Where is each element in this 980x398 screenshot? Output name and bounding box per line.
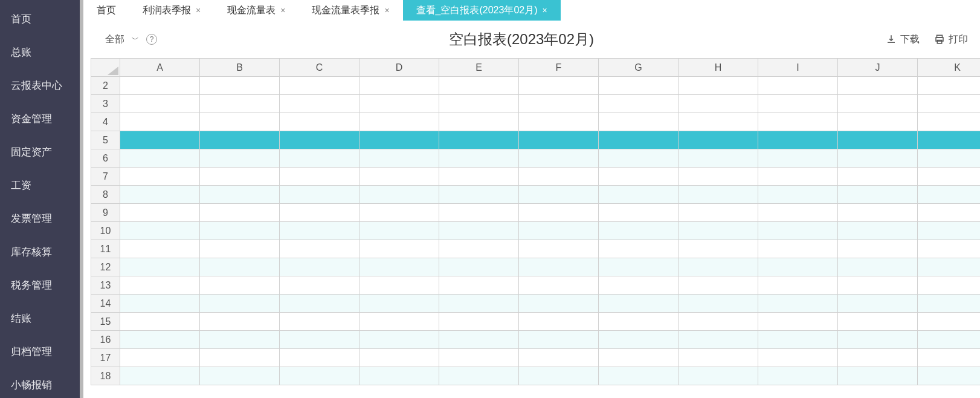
cell[interactable] — [519, 168, 599, 186]
cell[interactable] — [519, 276, 599, 295]
row-header[interactable]: 6 — [91, 149, 120, 168]
tab-profit-quarterly[interactable]: 利润表季报 × — [129, 0, 214, 21]
row-header[interactable]: 2 — [91, 77, 120, 95]
cell[interactable] — [838, 276, 918, 295]
cell[interactable] — [599, 168, 679, 186]
cell[interactable] — [359, 131, 439, 149]
sidebar-item-salary[interactable]: 工资 — [0, 169, 80, 202]
cell[interactable] — [280, 258, 359, 276]
column-header[interactable]: C — [280, 59, 359, 77]
tab-cashflow-quarterly[interactable]: 现金流量表季报 × — [298, 0, 402, 21]
cell[interactable] — [359, 186, 439, 204]
help-icon[interactable]: ? — [146, 34, 157, 45]
cell[interactable] — [519, 222, 599, 240]
row-header[interactable]: 5 — [91, 131, 120, 149]
cell[interactable] — [519, 367, 599, 385]
cell[interactable] — [200, 276, 280, 295]
row-header[interactable]: 8 — [91, 186, 120, 204]
row-header[interactable]: 7 — [91, 168, 120, 186]
cell[interactable] — [120, 258, 200, 276]
cell[interactable] — [918, 168, 981, 186]
row-header[interactable]: 9 — [91, 204, 120, 222]
cell[interactable] — [280, 168, 359, 186]
cell[interactable] — [439, 295, 519, 313]
cell[interactable] — [838, 240, 918, 258]
cell[interactable] — [918, 367, 981, 385]
cell[interactable] — [439, 168, 519, 186]
sidebar-item-expense[interactable]: 小畅报销 — [0, 368, 80, 398]
cell[interactable] — [838, 77, 918, 95]
cell[interactable] — [758, 131, 838, 149]
cell[interactable] — [359, 204, 439, 222]
cell[interactable] — [120, 295, 200, 313]
cell[interactable] — [120, 149, 200, 168]
row-header[interactable]: 18 — [91, 367, 120, 385]
cell[interactable] — [439, 131, 519, 149]
cell[interactable] — [758, 295, 838, 313]
cell[interactable] — [679, 258, 758, 276]
cell[interactable] — [838, 113, 918, 131]
cell[interactable] — [439, 313, 519, 331]
cell[interactable] — [599, 113, 679, 131]
row-header[interactable]: 4 — [91, 113, 120, 131]
cell[interactable] — [200, 131, 280, 149]
cell[interactable] — [439, 77, 519, 95]
cell[interactable] — [599, 276, 679, 295]
cell[interactable] — [519, 186, 599, 204]
cell[interactable] — [359, 95, 439, 113]
cell[interactable] — [599, 349, 679, 367]
cell[interactable] — [200, 222, 280, 240]
cell[interactable] — [359, 149, 439, 168]
cell[interactable] — [918, 186, 981, 204]
cell[interactable] — [918, 131, 981, 149]
cell[interactable] — [280, 222, 359, 240]
cell[interactable] — [679, 349, 758, 367]
column-header[interactable]: B — [200, 59, 280, 77]
cell[interactable] — [599, 77, 679, 95]
cell[interactable] — [200, 168, 280, 186]
cell[interactable] — [359, 349, 439, 367]
cell[interactable] — [280, 149, 359, 168]
cell[interactable] — [280, 204, 359, 222]
sidebar-item-home[interactable]: 首页 — [0, 2, 80, 36]
cell[interactable] — [359, 77, 439, 95]
cell[interactable] — [838, 149, 918, 168]
sidebar-item-inventory[interactable]: 库存核算 — [0, 235, 80, 269]
cell[interactable] — [599, 95, 679, 113]
cell[interactable] — [519, 349, 599, 367]
cell[interactable] — [439, 186, 519, 204]
cell[interactable] — [280, 295, 359, 313]
row-header[interactable]: 3 — [91, 95, 120, 113]
cell[interactable] — [838, 222, 918, 240]
column-header[interactable]: A — [120, 59, 200, 77]
cell[interactable] — [519, 149, 599, 168]
cell[interactable] — [599, 258, 679, 276]
close-icon[interactable]: × — [196, 5, 201, 15]
cell[interactable] — [758, 276, 838, 295]
cell[interactable] — [918, 240, 981, 258]
cell[interactable] — [439, 204, 519, 222]
filter-dropdown[interactable]: 全部 — [105, 33, 124, 46]
cell[interactable] — [280, 276, 359, 295]
cell[interactable] — [599, 367, 679, 385]
cell[interactable] — [599, 313, 679, 331]
row-header[interactable]: 15 — [91, 313, 120, 331]
cell[interactable] — [519, 204, 599, 222]
row-header[interactable]: 12 — [91, 258, 120, 276]
cell[interactable] — [918, 149, 981, 168]
sidebar-item-funds[interactable]: 资金管理 — [0, 102, 80, 135]
cell[interactable] — [120, 313, 200, 331]
cell[interactable] — [280, 186, 359, 204]
sidebar-item-tax[interactable]: 税务管理 — [0, 269, 80, 302]
cell[interactable] — [439, 95, 519, 113]
tab-home[interactable]: 首页 — [83, 0, 129, 21]
cell[interactable] — [918, 77, 981, 95]
cell[interactable] — [280, 349, 359, 367]
cell[interactable] — [679, 331, 758, 349]
print-button[interactable]: 打印 — [934, 33, 968, 46]
cell[interactable] — [200, 149, 280, 168]
cell[interactable] — [439, 276, 519, 295]
cell[interactable] — [758, 204, 838, 222]
cell[interactable] — [599, 240, 679, 258]
cell[interactable] — [838, 131, 918, 149]
